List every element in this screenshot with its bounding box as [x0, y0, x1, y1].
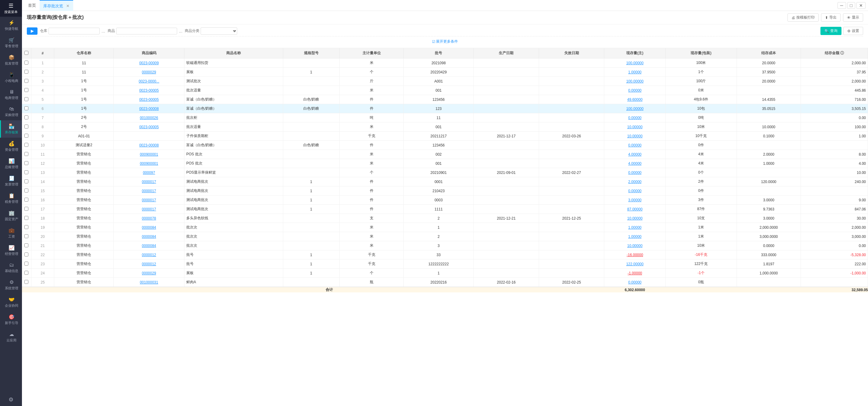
row-code[interactable]: 0000084: [114, 241, 184, 250]
sidebar-item-quick-nav[interactable]: ⚡ 快捷导航: [0, 17, 22, 34]
tab-home[interactable]: 首页: [24, 0, 40, 11]
row-checkbox[interactable]: [22, 232, 31, 241]
col-checkbox[interactable]: [22, 48, 31, 59]
sidebar-item-tax[interactable]: 📋 税务管理: [0, 190, 22, 207]
row-checkbox[interactable]: [22, 104, 31, 113]
row-qty-main[interactable]: 100.00000: [604, 77, 665, 86]
row-checkbox[interactable]: [22, 159, 31, 168]
sidebar-settings[interactable]: ⚙: [0, 393, 22, 406]
sidebar-item-general[interactable]: 📊 总账管理: [0, 155, 22, 172]
row-qty-main[interactable]: 49.60000: [604, 95, 665, 104]
expand-more-button[interactable]: ☑ 展开更多条件: [432, 39, 458, 44]
row-code[interactable]: 000900001: [114, 159, 184, 168]
row-qty-main[interactable]: 1.00000: [604, 232, 665, 241]
row-code[interactable]: 001000026: [114, 113, 184, 123]
row-checkbox[interactable]: [22, 214, 31, 223]
row-qty-main[interactable]: 0.00000: [604, 187, 665, 196]
goods-input[interactable]: [116, 28, 177, 34]
row-qty-main[interactable]: 0.00000: [604, 113, 665, 123]
row-qty-main[interactable]: 0.00000: [604, 86, 665, 95]
print-button[interactable]: 🖨 按模板打印: [787, 13, 818, 22]
row-code[interactable]: 001000031: [114, 278, 184, 287]
row-qty-main[interactable]: 100.00000: [604, 59, 665, 68]
sidebar-item-fixed-assets[interactable]: 🏢 固定资产: [0, 207, 22, 225]
row-checkbox[interactable]: [22, 68, 31, 77]
sidebar-item-salary[interactable]: 💼 工资: [0, 225, 22, 242]
row-qty-main[interactable]: 0.00000: [604, 168, 665, 177]
sidebar-item-biz[interactable]: 📈 经营管理: [0, 242, 22, 259]
row-qty-main[interactable]: 10.00000: [604, 132, 665, 141]
row-code[interactable]: 0000078: [114, 214, 184, 223]
row-code[interactable]: 0023-00008: [114, 141, 184, 150]
row-qty-main[interactable]: 1.00000: [604, 223, 665, 232]
row-checkbox[interactable]: [22, 278, 31, 287]
settings-btn[interactable]: ⚙ 设置: [843, 27, 863, 35]
row-qty-main[interactable]: 0.00000: [604, 278, 665, 287]
sidebar-item-enterprise[interactable]: 🤝 企业协同: [0, 294, 22, 311]
row-qty-main[interactable]: 122.00000: [604, 260, 665, 269]
sidebar-item-sys[interactable]: ⚙ 系统管理: [0, 276, 22, 294]
row-code[interactable]: 0023-00005: [114, 95, 184, 104]
row-checkbox[interactable]: [22, 95, 31, 104]
sidebar-item-base[interactable]: 🗂 基础信息: [0, 259, 22, 276]
row-code[interactable]: 0000017: [114, 196, 184, 205]
window-close-button[interactable]: ✕: [857, 2, 866, 9]
sidebar-item-purchase[interactable]: 🛍 采购管理: [0, 103, 22, 120]
row-checkbox[interactable]: [22, 141, 31, 150]
row-checkbox[interactable]: [22, 260, 31, 269]
row-code[interactable]: 0000017: [114, 177, 184, 187]
row-code[interactable]: 000097: [114, 168, 184, 177]
row-checkbox[interactable]: [22, 241, 31, 250]
select-all-checkbox[interactable]: [24, 51, 28, 55]
row-code[interactable]: 0000017: [114, 187, 184, 196]
row-checkbox[interactable]: [22, 59, 31, 68]
row-qty-main[interactable]: 100.00000: [604, 104, 665, 113]
row-checkbox[interactable]: [22, 205, 31, 214]
sidebar-item-ecom[interactable]: 🖥 电商管理: [0, 86, 22, 103]
show-button[interactable]: 👁 显示: [843, 13, 863, 22]
row-checkbox[interactable]: [22, 113, 31, 123]
sidebar-item-wholesale[interactable]: 📦 批发管理: [0, 52, 22, 69]
row-checkbox[interactable]: [22, 168, 31, 177]
row-qty-main[interactable]: 4.00000: [604, 159, 665, 168]
row-code[interactable]: 0023-00005: [114, 123, 184, 132]
row-checkbox[interactable]: [22, 250, 31, 260]
row-qty-main[interactable]: 10.00000: [604, 123, 665, 132]
row-qty-main[interactable]: 87.00000: [604, 205, 665, 214]
sidebar-item-invoice[interactable]: 🧾 发票管理: [0, 172, 22, 190]
sidebar-item-inventory[interactable]: 🏪 库存核算: [0, 120, 22, 138]
category-select[interactable]: [200, 27, 237, 35]
row-code[interactable]: 000900001: [114, 150, 184, 159]
row-code[interactable]: 0000017: [114, 205, 184, 214]
sidebar-item-micro-ecom[interactable]: 📱 小程电商: [0, 69, 22, 86]
row-qty-main[interactable]: 4.00000: [604, 150, 665, 159]
row-checkbox[interactable]: [22, 196, 31, 205]
row-qty-main[interactable]: 1.00000: [604, 68, 665, 77]
row-code[interactable]: 0023-00005: [114, 86, 184, 95]
sidebar-item-cloud[interactable]: ☁ 云应用: [0, 328, 22, 346]
row-code[interactable]: 0000029: [114, 68, 184, 77]
sidebar-item-new-guide[interactable]: 🎯 新手引导: [0, 311, 22, 328]
search-button[interactable]: 🔍 查询: [820, 27, 841, 35]
row-qty-main[interactable]: 10.00000: [604, 241, 665, 250]
row-qty-main[interactable]: -1.00000: [604, 269, 665, 278]
row-code[interactable]: 0000084: [114, 232, 184, 241]
row-code[interactable]: 0000012: [114, 260, 184, 269]
window-minimize-button[interactable]: ─: [838, 2, 846, 9]
row-code[interactable]: 0000084: [114, 223, 184, 232]
window-maximize-button[interactable]: □: [847, 2, 855, 9]
row-checkbox[interactable]: [22, 77, 31, 86]
row-checkbox[interactable]: [22, 150, 31, 159]
row-checkbox[interactable]: [22, 269, 31, 278]
row-code[interactable]: 0023-0000...: [114, 77, 184, 86]
export-button[interactable]: ⬆ 导出: [821, 13, 841, 22]
row-checkbox[interactable]: [22, 86, 31, 95]
row-code[interactable]: 0023-00008: [114, 104, 184, 113]
row-code[interactable]: 0023-00009: [114, 59, 184, 68]
row-checkbox[interactable]: [22, 132, 31, 141]
row-checkbox[interactable]: [22, 177, 31, 187]
row-qty-main[interactable]: 3.00000: [604, 196, 665, 205]
sidebar-item-assets[interactable]: 💰 资金管理: [0, 138, 22, 155]
tab-inventory-batch[interactable]: 库存批次览 ✕: [40, 0, 73, 11]
warehouse-input[interactable]: [49, 28, 100, 34]
